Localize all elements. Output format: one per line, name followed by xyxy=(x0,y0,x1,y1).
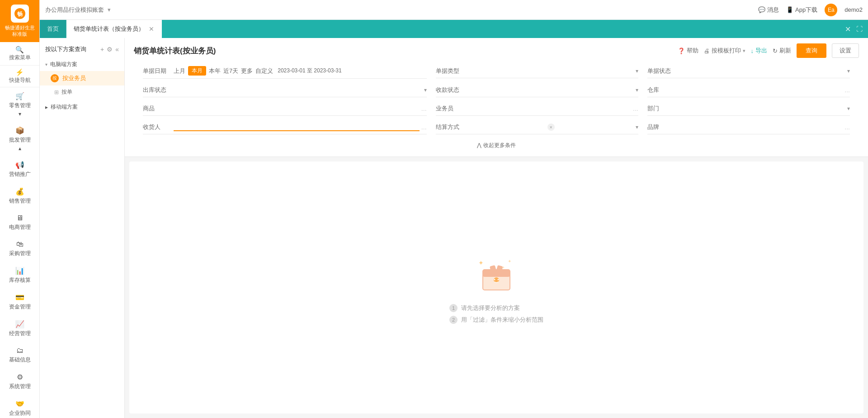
recipient-dots[interactable]: ... xyxy=(421,124,427,131)
mobile-section-header[interactable]: ▸ 移动端方案 xyxy=(40,100,124,114)
svg-text:✦: ✦ xyxy=(478,259,484,266)
sidebar-item-basic[interactable]: 🗂 基础信息 xyxy=(0,342,39,368)
page-header-top: 销货单统计表(按业务员) ❓ 帮助 🖨 按模板打印 ▾ ↓ xyxy=(134,43,859,58)
print-label: 按模板打印 xyxy=(712,47,741,55)
refresh-label: 刷新 xyxy=(779,47,791,55)
avatar[interactable]: Ea xyxy=(825,4,837,16)
scheme-item-by-salesperson[interactable]: 按 按业务员 xyxy=(40,71,124,86)
tab-controls: ✕ ⛶ xyxy=(840,25,868,33)
set-button[interactable]: 设置 xyxy=(832,43,859,58)
app-download-action[interactable]: 📱 App下载 xyxy=(786,6,817,14)
recipient-input[interactable] xyxy=(174,124,420,131)
date-tab-thismonth[interactable]: 本月 xyxy=(188,66,206,76)
doc-type-dropdown[interactable]: ▾ xyxy=(467,68,638,74)
brand-label: 品牌 xyxy=(647,123,678,131)
filter-date: 单据日期 上月 本月 本年 近7天 更多 自定义 2023-03-01 至 20… xyxy=(143,63,427,79)
export-action[interactable]: ↓ 导出 xyxy=(751,47,768,55)
settlement-label: 结算方式 xyxy=(436,123,467,131)
goods-dots[interactable]: ... xyxy=(421,105,427,112)
print-action[interactable]: 🖨 按模板打印 ▾ xyxy=(704,47,745,55)
brand-dots[interactable]: ... xyxy=(844,124,850,131)
sidebar-item-retail[interactable]: 🛒 零售管理 ▾ xyxy=(0,87,39,122)
mobile-expand-icon: ▸ xyxy=(45,104,48,110)
outbound-arrow: ▾ xyxy=(424,87,427,93)
page-header-actions: ❓ 帮助 🖨 按模板打印 ▾ ↓ 导出 ↻ xyxy=(678,43,859,58)
collapse-bar[interactable]: ⋀ 收起更多条件 xyxy=(143,139,850,152)
date-tab-7days[interactable]: 近7天 xyxy=(223,67,238,75)
goods-dropdown[interactable]: ... xyxy=(174,105,427,112)
sidebar-search[interactable]: 🔍 搜索菜单 xyxy=(0,42,39,66)
query-button[interactable]: 查询 xyxy=(797,43,826,58)
date-tab-more[interactable]: 更多 xyxy=(241,67,253,75)
sidebar-item-operation[interactable]: 📈 经营管理 xyxy=(0,315,39,342)
print-arrow[interactable]: ▾ xyxy=(743,48,745,54)
ecommerce-icon: 🖥 xyxy=(16,214,24,222)
settings-scheme-icon[interactable]: ⚙ xyxy=(107,46,113,53)
sidebar-item-enterprise[interactable]: 🤝 企业协同 xyxy=(0,395,39,418)
sidebar-item-sales[interactable]: 💰 销售管理 xyxy=(0,183,39,209)
date-tab-thisyear[interactable]: 本年 xyxy=(209,67,221,75)
refresh-action[interactable]: ↻ 刷新 xyxy=(773,47,791,55)
right-panel: 销货单统计表(按业务员) ❓ 帮助 🖨 按模板打印 ▾ ↓ xyxy=(125,38,868,418)
sales-icon: 💰 xyxy=(15,187,24,196)
date-tab-custom[interactable]: 自定义 xyxy=(255,67,273,75)
doc-type-arrow: ▾ xyxy=(636,68,638,74)
empty-steps: 1 请先选择要分析的方案 2 用「过滤」条件来缩小分析范围 xyxy=(449,304,543,324)
empty-state: ✦ ✦ ✦ 1 请先选择要分析的方案 2 用「过滤」条件来缩小分析范围 xyxy=(129,162,863,413)
page-header: 销货单统计表(按业务员) ❓ 帮助 🖨 按模板打印 ▾ ↓ xyxy=(125,38,868,157)
goods-label: 商品 xyxy=(143,104,174,113)
outbound-dropdown[interactable]: ▾ xyxy=(174,87,427,93)
sidebar-item-wholesale[interactable]: 📦 批发管理 ▴ xyxy=(0,122,39,156)
add-scheme-icon[interactable]: + xyxy=(100,46,104,53)
marketing-icon: 📢 xyxy=(15,161,24,169)
help-action[interactable]: ❓ 帮助 xyxy=(678,47,698,55)
tab-close-button[interactable]: ✕ xyxy=(149,25,154,33)
filter-row-3: 商品 ... 业务员 ... xyxy=(143,102,850,116)
topnav-left: 办公用品行业模拟账套 ▾ xyxy=(45,6,111,14)
sidebar-item-finance[interactable]: 💳 资金管理 xyxy=(0,289,39,315)
date-tab-lastmonth[interactable]: 上月 xyxy=(174,67,185,75)
step-1-text: 请先选择要分析的方案 xyxy=(461,304,520,312)
payment-dropdown[interactable]: ▾ xyxy=(467,87,638,93)
page-title: 销货单统计表(按业务员) xyxy=(134,46,216,56)
pc-scheme-section: ▾ 电脑端方案 按 按业务员 ⊞ 按单 xyxy=(40,58,124,99)
salesperson-dots[interactable]: ... xyxy=(633,105,638,112)
app-title: 办公用品行业模拟账套 xyxy=(45,6,104,14)
sidebar-item-purchase[interactable]: 🛍 采购管理 xyxy=(0,236,39,262)
maximize-window-icon[interactable]: ⛶ xyxy=(856,25,863,33)
stock-icon: 📊 xyxy=(15,266,24,275)
empty-step-2: 2 用「过滤」条件来缩小分析范围 xyxy=(449,316,543,324)
sidebar-item-stock[interactable]: 📊 库存核算 xyxy=(0,262,39,289)
help-icon: ❓ xyxy=(678,48,685,54)
sidebar-quicknav[interactable]: ⚡ 快捷导航 xyxy=(0,66,39,87)
dept-dropdown[interactable]: ▾ xyxy=(678,105,850,112)
pc-section-header[interactable]: ▾ 电脑端方案 xyxy=(40,58,124,71)
scheme-label-salesperson: 按业务员 xyxy=(62,74,86,82)
doc-status-dropdown[interactable]: ▾ xyxy=(678,68,850,74)
user-name[interactable]: demo2 xyxy=(844,6,863,13)
settlement-clear[interactable]: × xyxy=(547,124,555,131)
recipient-label: 收货人 xyxy=(143,123,174,131)
tab-sales-stat[interactable]: 销货单统计表（按业务员） ✕ xyxy=(66,20,162,38)
warehouse-dropdown[interactable]: ... xyxy=(678,86,850,94)
sidebar-logo[interactable]: 畅 畅捷通好生意 标准版 xyxy=(0,0,39,42)
message-action[interactable]: 💬 消息 xyxy=(758,6,779,14)
close-window-icon[interactable]: ✕ xyxy=(845,25,851,33)
tab-home[interactable]: 首页 xyxy=(40,20,66,38)
collapse-panel-icon[interactable]: « xyxy=(115,46,119,53)
sidebar-item-marketing[interactable]: 📢 营销推广 xyxy=(0,156,39,183)
filter-goods: 商品 ... xyxy=(143,102,427,116)
logo-icon: 畅 xyxy=(11,5,29,23)
settlement-dropdown[interactable]: × ▾ xyxy=(467,124,638,131)
filter-doc-status: 单据状态 ▾ xyxy=(647,64,850,78)
sidebar-item-ecommerce[interactable]: 🖥 电商管理 xyxy=(0,209,39,236)
warehouse-dots[interactable]: ... xyxy=(844,86,850,94)
filter-doc-type: 单据类型 ▾ xyxy=(436,64,638,78)
scheme-sub-order[interactable]: ⊞ 按单 xyxy=(40,86,124,99)
salesperson-dropdown[interactable]: ... xyxy=(467,105,638,112)
brand-dropdown[interactable]: ... xyxy=(678,124,850,131)
pc-expand-icon: ▾ xyxy=(45,62,47,67)
app-title-arrow[interactable]: ▾ xyxy=(108,6,111,13)
sidebar-item-system[interactable]: ⚙ 系统管理 xyxy=(0,368,39,395)
svg-text:畅: 畅 xyxy=(17,11,23,17)
